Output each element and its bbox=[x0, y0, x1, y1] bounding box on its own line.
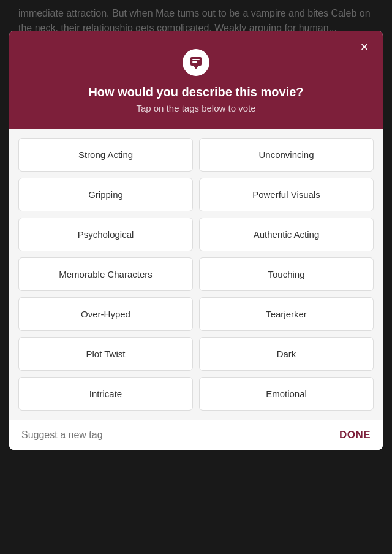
modal-header: × How would you describe this movie? Tap… bbox=[9, 31, 383, 129]
svg-rect-2 bbox=[192, 59, 200, 60]
tag-button-authentic-acting[interactable]: Authentic Acting bbox=[199, 218, 374, 251]
svg-rect-3 bbox=[192, 61, 197, 63]
tag-button-gripping[interactable]: Gripping bbox=[18, 178, 193, 211]
tag-button-touching[interactable]: Touching bbox=[199, 257, 374, 291]
tags-grid: Strong ActingUnconvincingGrippingPowerfu… bbox=[18, 138, 374, 411]
tag-button-memorable-characters[interactable]: Memorable Characters bbox=[18, 257, 193, 291]
tag-button-over-hyped[interactable]: Over-Hyped bbox=[18, 297, 193, 331]
tag-button-tearjerker[interactable]: Tearjerker bbox=[199, 297, 374, 331]
close-button[interactable]: × bbox=[355, 38, 374, 56]
tag-button-dark[interactable]: Dark bbox=[199, 337, 374, 371]
svg-marker-1 bbox=[194, 66, 198, 69]
tag-modal: × How would you describe this movie? Tap… bbox=[9, 31, 383, 450]
done-button[interactable]: DONE bbox=[330, 429, 371, 441]
tag-button-emotional[interactable]: Emotional bbox=[199, 377, 374, 411]
modal-body: Strong ActingUnconvincingGrippingPowerfu… bbox=[9, 129, 383, 420]
modal-title: How would you describe this movie? bbox=[21, 85, 371, 99]
tag-button-strong-acting[interactable]: Strong Acting bbox=[18, 138, 193, 172]
modal-subtitle: Tap on the tags below to vote bbox=[21, 103, 371, 113]
tag-button-unconvincing[interactable]: Unconvincing bbox=[199, 138, 374, 172]
tag-button-intricate[interactable]: Intricate bbox=[18, 377, 193, 411]
suggest-tag-input[interactable] bbox=[21, 430, 330, 441]
tag-button-plot-twist[interactable]: Plot Twist bbox=[18, 337, 193, 371]
tag-button-psychological[interactable]: Psychological bbox=[18, 218, 193, 251]
modal-footer: DONE bbox=[9, 420, 383, 450]
tag-icon bbox=[183, 49, 209, 76]
tag-button-powerful-visuals[interactable]: Powerful Visuals bbox=[199, 178, 374, 211]
